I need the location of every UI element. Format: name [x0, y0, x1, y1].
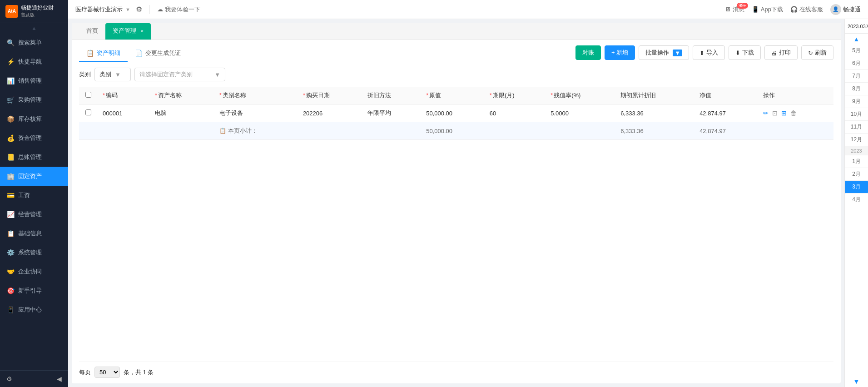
category-select-value: 类别 — [99, 70, 111, 79]
tab-close-icon[interactable]: × — [141, 28, 144, 34]
settings-icon[interactable]: ⚙ — [6, 375, 12, 382]
sidebar-item-business[interactable]: 📈 经营管理 — [0, 205, 68, 224]
reconcile-button[interactable]: 对账 — [575, 45, 601, 60]
main-area: 医疗器械行业演示 ▼ ⚙ ☁ 我要体验一下 🖥 消息 99+ 📱 App下载 🎧… — [68, 0, 868, 387]
close-panel-icon[interactable]: ✕ — [866, 23, 868, 30]
sidebar-label-salary: 工资 — [18, 191, 30, 199]
col-action: 操作 — [758, 87, 833, 104]
sidebar: AtA 畅捷通好业财 普及版 ▲ 🔍 搜索菜单 ⚡ 快捷导航 📊 销售管理 🛒 … — [0, 0, 68, 387]
month-2023-2月[interactable]: 2月 — [845, 168, 868, 181]
batch-ops-button[interactable]: 批量操作 ▼ — [639, 45, 689, 60]
experience-icon: ☁ — [157, 6, 163, 13]
sidebar-item-enterprise[interactable]: 🤝 企业协同 — [0, 262, 68, 281]
cell-original-value-0: 50,000.00 — [421, 104, 484, 122]
month-7月[interactable]: 7月 — [845, 70, 868, 83]
col-net-value: 净值 — [694, 87, 758, 104]
copy-icon-0[interactable]: ⊡ — [772, 109, 778, 117]
month-12月[interactable]: 12月 — [845, 134, 868, 146]
col-checkbox — [79, 87, 97, 104]
asset-table-container: *编码 *资产名称 *类别名称 *购买日期 折旧方法 *原值 *期限(月) *残… — [79, 87, 833, 362]
topbar-divider — [149, 5, 150, 14]
cell-name-0: 电脑 — [149, 104, 214, 122]
sidebar-item-search[interactable]: 🔍 搜索菜单 — [0, 33, 68, 52]
import-button[interactable]: ⬆ 导入 — [693, 45, 725, 60]
download-button[interactable]: ⬇ 下载 — [729, 45, 761, 60]
col-depreciation-method: 折旧方法 — [362, 87, 421, 104]
print-button[interactable]: 🖨 打印 — [764, 45, 798, 60]
cell-action-0: ✏ ⊡ ⊞ 🗑 — [758, 104, 833, 122]
subtotal-label: 本页小计： — [228, 127, 258, 135]
sidebar-label-basic-info: 基础信息 — [18, 229, 42, 238]
sidebar-item-quick-nav[interactable]: ⚡ 快捷导航 — [0, 52, 68, 71]
table-row: 000001 电脑 电子设备 202206 年限平均 50,000.00 60 … — [79, 104, 833, 122]
pagination: 每页 102050100 条，共 1 条 — [79, 362, 833, 378]
month-6月[interactable]: 6月 — [845, 57, 868, 70]
input-arrow: ▼ — [214, 71, 220, 78]
page-content: 📋 资产明细 📄 变更生成凭证 对账 + 新增 — [72, 40, 841, 383]
month-9月[interactable]: 9月 — [845, 95, 868, 108]
company-selector[interactable]: 医疗器械行业演示 ▼ — [75, 5, 130, 14]
sidebar-icon-guide: 🎯 — [6, 287, 15, 294]
refresh-button[interactable]: ↻ 刷新 — [801, 45, 833, 60]
sidebar-item-app-center[interactable]: 📱 应用中心 — [0, 300, 68, 319]
new-button[interactable]: + 新增 — [605, 45, 635, 60]
scroll-down-arrow[interactable]: ▼ — [852, 376, 862, 387]
cell-period-0: 60 — [484, 104, 545, 122]
import-icon: ⬆ — [699, 50, 704, 56]
sidebar-item-inventory[interactable]: 📦 库存核算 — [0, 109, 68, 129]
scroll-up-arrow[interactable]: ▲ — [852, 34, 862, 45]
company-dropdown-arrow: ▼ — [125, 7, 130, 12]
collapse-icon[interactable]: ◀ — [57, 375, 62, 382]
user-menu[interactable]: 👤 畅捷通 — [830, 4, 861, 15]
sidebar-item-salary[interactable]: 💳 工资 — [0, 186, 68, 205]
month-11月[interactable]: 11月 — [845, 121, 868, 134]
sidebar-item-system[interactable]: ⚙️ 系统管理 — [0, 243, 68, 262]
sidebar-item-capital[interactable]: 💰 资金管理 — [0, 129, 68, 148]
page-size-select[interactable]: 102050100 — [94, 367, 120, 378]
asset-table: *编码 *资产名称 *类别名称 *购买日期 折旧方法 *原值 *期限(月) *残… — [79, 87, 833, 140]
category-select[interactable]: 类别 ▼ — [94, 68, 131, 81]
sidebar-label-search: 搜索菜单 — [18, 39, 42, 47]
delete-icon-0[interactable]: 🗑 — [790, 109, 797, 117]
tab-asset-mgmt[interactable]: 资产管理 × — [105, 23, 151, 40]
tab-home[interactable]: 首页 — [79, 23, 105, 40]
month-8月[interactable]: 8月 — [845, 83, 868, 95]
topbar-settings-icon[interactable]: ⚙ — [136, 5, 142, 14]
sidebar-item-ledger[interactable]: 📒 总账管理 — [0, 148, 68, 167]
experience-link[interactable]: ☁ 我要体验一下 — [157, 5, 200, 14]
sidebar-label-sales: 销售管理 — [18, 77, 42, 85]
message-button[interactable]: 🖥 消息 99+ — [725, 5, 744, 14]
select-all-checkbox[interactable] — [85, 92, 91, 98]
sidebar-item-guide[interactable]: 🎯 新手引导 — [0, 281, 68, 300]
sidebar-icon-basic-info: 📋 — [6, 230, 15, 237]
app-download-button[interactable]: 📱 App下载 — [752, 5, 783, 14]
sidebar-label-business: 经营管理 — [18, 210, 42, 218]
year-2023-label: 2023 — [845, 146, 868, 155]
sidebar-item-basic-info[interactable]: 📋 基础信息 — [0, 224, 68, 243]
online-service-button[interactable]: 🎧 在线客服 — [790, 5, 823, 14]
sidebar-label-enterprise: 企业协同 — [18, 268, 42, 276]
sidebar-item-fixed-assets[interactable]: 🏢 固定资产 — [0, 167, 68, 186]
month-10月[interactable]: 10月 — [845, 108, 868, 121]
message-badge: 99+ — [737, 3, 748, 9]
cell-category-0: 电子设备 — [214, 104, 298, 122]
message-icon: 🖥 — [725, 6, 731, 13]
sub-tab-asset-detail[interactable]: 📋 资产明细 — [79, 45, 128, 62]
month-2023-4月[interactable]: 4月 — [845, 194, 868, 206]
sidebar-scroll-up[interactable]: ▲ — [0, 23, 68, 33]
more-icon-0[interactable]: ⊞ — [781, 109, 787, 117]
sidebar-label-quick-nav: 快捷导航 — [18, 58, 42, 66]
sidebar-item-sales[interactable]: 📊 销售管理 — [0, 71, 68, 90]
sub-tab-change-voucher[interactable]: 📄 变更生成凭证 — [128, 45, 188, 62]
sidebar-item-purchase[interactable]: 🛒 采购管理 — [0, 90, 68, 109]
month-2023-3月[interactable]: 3月 — [845, 181, 868, 194]
col-purchase-date: *购买日期 — [298, 87, 362, 104]
app-version: 普及版 — [21, 12, 54, 18]
download-icon: 📱 — [752, 6, 759, 13]
sidebar-icon-sales: 📊 — [6, 77, 15, 84]
row-checkbox-0[interactable] — [85, 109, 91, 115]
month-5月[interactable]: 5月 — [845, 45, 868, 57]
edit-icon-0[interactable]: ✏ — [763, 109, 769, 117]
category-input[interactable]: 请选择固定资产类别 ▼ — [134, 68, 225, 81]
month-2023-1月[interactable]: 1月 — [845, 155, 868, 168]
